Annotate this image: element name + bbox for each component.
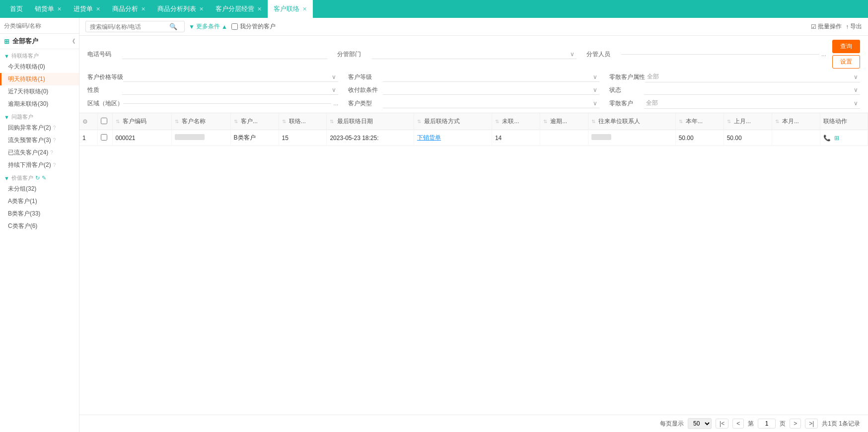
payment-select[interactable]: ∨ [383, 85, 599, 95]
td-actions[interactable]: 📞 ⊞ [820, 130, 868, 146]
gear-icon[interactable]: ⚙ [82, 118, 88, 125]
help-icon-3[interactable]: ? [50, 150, 53, 155]
th-last-contact-date[interactable]: ⇅ 最后联络日期 [327, 113, 414, 130]
filter-panel: 电话号码 分管部门 ∨ 分管人员 ... 查询 [79, 36, 868, 113]
sidebar-item-today-pending[interactable]: 今天待联络(0) [0, 61, 79, 73]
close-sales-tab[interactable]: ✕ [57, 6, 62, 12]
th-this-year[interactable]: ⇅ 本年... [675, 113, 723, 130]
dept-select[interactable]: ∨ [372, 50, 577, 59]
prev-page-button[interactable]: < [732, 419, 744, 429]
down-arrow-icon: ∨ [570, 51, 575, 58]
gender-select[interactable]: ∨ [122, 85, 338, 95]
sidebar-item-class-a[interactable]: A类客户(1) [0, 195, 79, 208]
td-uncontact: 14 [492, 130, 540, 146]
sidebar-item-ungrouped[interactable]: 未分组(32) [0, 183, 79, 195]
collapse-icon[interactable]: 《 [70, 38, 75, 45]
query-button[interactable]: 查询 [832, 40, 860, 53]
th-overdue[interactable]: ⇅ 逾期... [540, 113, 588, 130]
search-icon[interactable]: 🔍 [169, 23, 177, 30]
main-layout: 🔍 ⊞ 全部客户 《 ▼ 待联络客户 今天待联络(0) 明天待联络(1) 近7天… [0, 18, 868, 432]
manager-ellipsis[interactable]: ... [821, 51, 826, 58]
th-customer-code[interactable]: ⇅ 客户编码 [112, 113, 171, 130]
gender-label: 性质 [87, 86, 122, 94]
sidebar-item-repurchase-abnormal[interactable]: 回购异常客户(2) ? [0, 122, 79, 134]
last-method-link[interactable]: 下销货单 [417, 134, 441, 141]
action-phone-icon[interactable]: 📞 [823, 135, 831, 142]
per-page-select[interactable]: 50 [688, 418, 712, 429]
customer-level-select[interactable]: ∨ [383, 72, 599, 82]
down-arrow-icon-2: ∨ [332, 73, 336, 80]
sidebar-item-class-b[interactable]: B类客户(33) [0, 208, 79, 220]
sidebar-item-class-c[interactable]: C类客户(6) [0, 220, 79, 232]
refresh-icon[interactable]: ↻ [35, 175, 40, 181]
search-bar: 🔍 ▼ 更多条件 ▲ 我分管的客户 ☑ 批量操作 ↑ 导出 [79, 18, 868, 36]
nav-customer-contact[interactable]: 客户联络 ✕ [268, 0, 313, 18]
th-checkbox[interactable] [97, 113, 112, 130]
th-last-month[interactable]: ⇅ 上月... [723, 113, 772, 130]
action-more-icon[interactable]: ⊞ [834, 135, 839, 142]
th-contact-person[interactable]: ⇅ 往来单位联系人 [588, 113, 675, 130]
th-contact-count[interactable]: ⇅ 联络... [279, 113, 327, 130]
price-level-select[interactable]: ∨ [123, 72, 338, 82]
filter-row-2: 客户价格等级 ∨ 客户等级 ∨ 零散客户属性 全部 [87, 72, 860, 82]
nav-home[interactable]: 首页 [4, 0, 29, 18]
filter-row-4: 区域（地区） ... 客户类型 ∨ 零散客户 全部 ∨ [87, 98, 860, 109]
set-button[interactable]: 设置 [832, 55, 860, 69]
close-customer-segment-tab[interactable]: ✕ [257, 6, 262, 12]
td-last-method[interactable]: 下销货单 [414, 130, 492, 146]
export-button[interactable]: ↑ 导出 [846, 22, 862, 31]
sidebar-item-7days-pending[interactable]: 近7天待联络(0) [0, 85, 79, 98]
nav-product-analysis[interactable]: 商品分析 ✕ [106, 0, 151, 18]
th-last-contact-method[interactable]: ⇅ 最后联络方式 [414, 113, 492, 130]
page-number-input[interactable] [758, 419, 776, 429]
sort-icon-8: ⇅ [543, 119, 547, 124]
phone-input[interactable] [122, 50, 327, 59]
sort-icon-2: ⇅ [175, 119, 179, 124]
nav-sales[interactable]: 销货单 ✕ [29, 0, 68, 18]
my-customers-checkbox[interactable]: 我分管的客户 [231, 22, 276, 31]
th-uncontact[interactable]: ⇅ 未联... [492, 113, 540, 130]
checkbox-icon: ☑ [811, 23, 816, 30]
retail-attr-select[interactable]: 全部 ∨ [645, 72, 860, 82]
th-this-month[interactable]: ⇅ 本月... [772, 113, 820, 130]
customer-type-select[interactable]: ∨ [383, 99, 599, 108]
filter-price-level: 客户价格等级 ∨ [87, 72, 338, 82]
more-filter-button[interactable]: ▼ 更多条件 ▲ [189, 22, 227, 31]
sort-icon-9: ⇅ [591, 119, 595, 124]
region-ellipsis[interactable]: ... [333, 100, 338, 107]
edit-icon[interactable]: ✎ [42, 175, 46, 181]
help-icon-2[interactable]: ? [53, 138, 56, 143]
row-checkbox[interactable] [101, 134, 107, 141]
sidebar-item-loss-warning[interactable]: 流失预警客户(3) ? [0, 134, 79, 146]
th-customer-type[interactable]: ⇅ 客户... [230, 113, 279, 130]
retail-customer-select[interactable]: 全部 ∨ [644, 98, 860, 109]
next-page-button[interactable]: > [790, 419, 801, 429]
sidebar-search-input[interactable] [4, 22, 78, 29]
close-purchase-tab[interactable]: ✕ [96, 6, 100, 12]
my-customers-check[interactable] [231, 23, 238, 30]
nav-customer-segment[interactable]: 客户分层经营 ✕ [210, 0, 268, 18]
sidebar-all-customers[interactable]: ⊞ 全部客户 《 [0, 34, 79, 49]
customer-level-label: 客户等级 [348, 73, 383, 81]
customer-table: ⚙ ⇅ 客户编码 ⇅ 客户名称 ⇅ 客户... [79, 113, 868, 146]
nav-product-analysis-list[interactable]: 商品分析列表 ✕ [151, 0, 210, 18]
first-page-button[interactable]: |< [716, 419, 728, 429]
sidebar-item-declining[interactable]: 持续下滑客户(2) ? [0, 159, 79, 171]
th-gear[interactable]: ⚙ [79, 113, 97, 130]
td-row-checkbox[interactable] [97, 130, 112, 146]
sidebar-item-overdue[interactable]: 逾期未联络(30) [0, 98, 79, 110]
close-product-analysis-tab[interactable]: ✕ [141, 6, 145, 12]
status-select[interactable]: ∨ [644, 85, 860, 95]
search-input[interactable] [90, 23, 169, 30]
sidebar-item-tomorrow-pending[interactable]: 明天待联络(1) [0, 73, 79, 85]
th-customer-name[interactable]: ⇅ 客户名称 [171, 113, 230, 130]
help-icon-4[interactable]: ? [53, 162, 56, 168]
last-page-button[interactable]: >| [805, 419, 818, 429]
nav-purchase[interactable]: 进货单 ✕ [68, 0, 106, 18]
help-icon-1[interactable]: ? [53, 125, 56, 131]
select-all-checkbox[interactable] [101, 118, 107, 124]
close-customer-contact-tab[interactable]: ✕ [302, 6, 307, 12]
sidebar-item-lost[interactable]: 已流失客户(24) ? [0, 146, 79, 159]
batch-op-button[interactable]: ☑ 批量操作 [811, 22, 842, 31]
close-product-analysis-list-tab[interactable]: ✕ [199, 6, 204, 12]
